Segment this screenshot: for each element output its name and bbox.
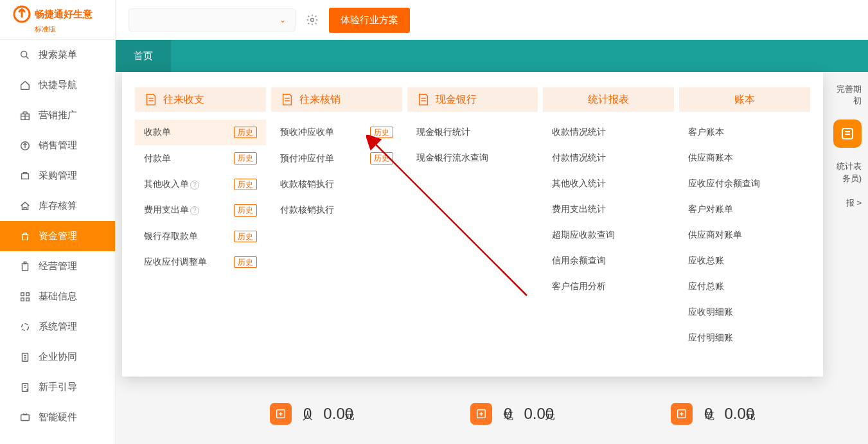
history-badge[interactable]: 历史 [234,127,257,138]
mega-item[interactable]: 应付总账 [679,274,810,299]
right-action-icon[interactable] [833,120,862,148]
mega-item[interactable]: 收款单历史 [135,120,266,145]
sidebar-nav: 搜索菜单快捷导航营销推广销售管理采购管理库存核算资金管理经营管理基础信息系统管理… [0,40,115,444]
mega-item[interactable]: 银行存取款单历史 [135,224,266,249]
history-badge[interactable]: 历史 [234,231,257,242]
mega-item[interactable]: 超期应收款查询 [543,222,674,248]
mega-item[interactable]: 应收应付余额查询 [679,171,810,197]
right-init-label[interactable]: 完善期初 [829,84,865,107]
sidebar-item-basic[interactable]: 基础信息 [0,281,115,312]
sidebar-item-system[interactable]: 系统管理 [0,312,115,342]
mega-item-label: 预收冲应收单 [280,127,334,138]
svg-rect-8 [21,292,24,296]
mega-item-label: 应收总账 [688,255,724,267]
mega-item[interactable]: 预付冲应付单历史 [271,145,402,171]
bag-icon [19,231,31,242]
mega-head-label: 往来核销 [299,93,341,107]
tab-home[interactable]: 首页 [116,40,171,72]
clip-icon [19,261,31,272]
sidebar-item-label: 基础信息 [39,290,77,303]
mega-head: 往来核销 [271,87,402,112]
svg-line-2 [26,56,29,58]
sidebar-item-quick[interactable]: 快捷导航 [0,70,115,100]
sidebar-item-label: 搜索菜单 [39,49,77,61]
bottom-stats: 0人0.00元0笔0.00元0笔0.00元 [251,403,842,425]
mega-head-label: 统计报表 [588,93,629,107]
org-selector[interactable]: ⌄ [128,8,296,31]
mega-item[interactable]: 预收冲应收单历史 [271,120,402,145]
sidebar-item-inventory[interactable]: 库存核算 [0,191,115,221]
mega-item[interactable]: 应收明细账 [679,299,810,325]
right-brief-label[interactable]: 报 > [846,197,865,209]
mega-item-label: 付款核销执行 [280,204,334,216]
house-icon [19,200,31,212]
mega-head-label: 往来收支 [163,93,204,107]
mega-item-label: 现金银行流水查询 [416,152,488,164]
tv-icon [19,412,31,423]
mega-item-label: 客户信用分析 [552,281,606,292]
brand-title: 畅捷通好生意 [35,8,93,21]
help-icon: ? [190,206,199,215]
mega-item[interactable]: 供应商对账单 [679,222,810,248]
svg-rect-16 [21,414,30,420]
mega-item[interactable]: 现金银行统计 [407,120,538,145]
sidebar-item-operation[interactable]: 经营管理 [0,251,115,281]
mega-item[interactable]: 收款核销执行 [271,172,402,197]
mega-item[interactable]: 付款核销执行 [271,197,402,223]
sidebar-item-label: 快捷导航 [39,79,77,91]
mega-col-1: 往来核销预收冲应收单历史预付冲应付单历史收款核销执行付款核销执行 [271,87,402,351]
history-badge[interactable]: 历史 [234,204,257,216]
mega-item[interactable]: 应收应付调整单历史 [135,249,266,275]
svg-point-17 [311,19,314,22]
sidebar-item-marketing[interactable]: 营销推广 [0,100,115,130]
mega-item[interactable]: 应收总账 [679,248,810,274]
sidebar-item-search[interactable]: 搜索菜单 [0,40,115,70]
main: ⌄ 体验行业方案 首页 往来收支收款单历史付款单历史其他收入单?历史费用支出单?… [116,0,868,444]
mega-item[interactable]: 客户对账单 [679,197,810,222]
svg-rect-5 [22,173,29,179]
history-badge[interactable]: 历史 [370,127,393,138]
mega-item[interactable]: 供应商账本 [679,145,810,171]
mega-item-label: 供应商对账单 [688,229,742,241]
mega-item[interactable]: 其他收入统计 [543,171,674,197]
mega-item[interactable]: 付款情况统计 [543,145,674,171]
history-badge[interactable]: 历史 [234,152,257,164]
sidebar-item-guide[interactable]: 新手引导 [0,372,115,402]
right-report-label[interactable]: 统计表务员) [837,161,865,184]
mega-item[interactable]: 其他收入单?历史 [135,172,266,197]
mega-item[interactable]: 客户账本 [679,120,810,145]
mega-head-label: 现金银行 [436,93,477,107]
mega-item[interactable]: 应付明细账 [679,325,810,351]
history-badge[interactable]: 历史 [234,256,257,268]
sidebar-item-label: 库存核算 [39,200,77,212]
stat-icon [671,403,693,425]
mega-head: 现金银行 [407,87,538,112]
grid-icon [19,291,31,303]
sidebar-item-purchase[interactable]: 采购管理 [0,161,115,191]
sidebar-item-funds[interactable]: 资金管理 [0,221,115,251]
mega-item[interactable]: 现金银行流水查询 [407,145,538,171]
mega-item-label: 应收应付余额查询 [688,178,760,190]
stat-icon [270,403,292,425]
sidebar-item-hardware[interactable]: 智能硬件 [0,402,115,432]
doc-icon [144,93,158,107]
mega-item-label: 应付总账 [688,281,724,292]
mega-item[interactable]: 信用余额查询 [543,248,674,274]
sidebar-item-sales[interactable]: 销售管理 [0,130,115,161]
cycle-icon [19,321,31,333]
guide-icon [19,382,31,393]
mega-item-label: 付款单 [144,153,171,164]
mega-item[interactable]: 费用支出统计 [543,197,674,222]
mega-item[interactable]: 客户信用分析 [543,274,674,299]
mega-item[interactable]: 付款单历史 [135,145,266,171]
gear-icon[interactable] [303,11,321,29]
svg-point-1 [21,51,27,57]
mega-item[interactable]: 费用支出单?历史 [135,197,266,223]
history-badge[interactable]: 历史 [234,179,257,190]
sidebar-item-corp[interactable]: 企业协同 [0,342,115,372]
mega-item-label: 收款核销执行 [280,179,334,190]
search-icon [19,49,31,61]
mega-item[interactable]: 收款情况统计 [543,120,674,145]
history-badge[interactable]: 历史 [370,152,393,164]
trial-button[interactable]: 体验行业方案 [329,8,410,33]
